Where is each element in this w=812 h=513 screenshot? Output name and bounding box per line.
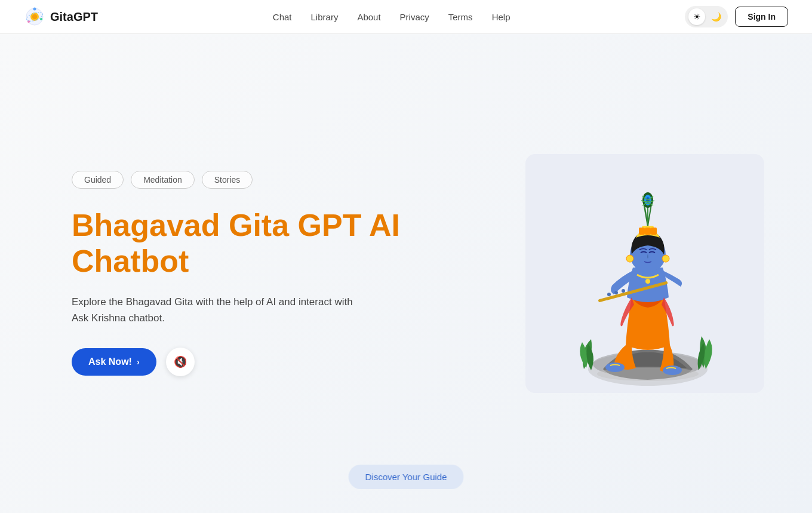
- pill-stories[interactable]: Stories: [202, 171, 253, 189]
- svg-point-3: [33, 8, 36, 11]
- main-nav: Chat Library About Privacy Terms Help: [273, 12, 510, 22]
- hero-subtitle: Explore the Bhagavad Gita with the help …: [72, 294, 358, 326]
- nav-library[interactable]: Library: [311, 12, 339, 22]
- svg-point-2: [32, 14, 37, 19]
- hero-pills: Guided Meditation Stories: [72, 171, 430, 189]
- ask-now-label: Ask Now!: [88, 357, 132, 367]
- krishna-svg: [543, 166, 746, 387]
- svg-rect-19: [651, 228, 657, 235]
- navbar: GitaGPT Chat Library About Privacy Terms…: [0, 0, 812, 34]
- moon-icon: 🌙: [711, 12, 721, 21]
- svg-point-30: [663, 365, 682, 375]
- svg-point-14: [622, 289, 625, 293]
- nav-help[interactable]: Help: [492, 12, 510, 22]
- nav-about[interactable]: About: [357, 12, 380, 22]
- svg-point-27: [626, 255, 633, 262]
- svg-point-28: [662, 255, 669, 262]
- hero-section: Guided Meditation Stories Bhagavad Gita …: [0, 34, 812, 513]
- ask-now-button[interactable]: Ask Now! ›: [72, 348, 156, 376]
- hero-image: [525, 154, 764, 393]
- pill-meditation[interactable]: Meditation: [131, 171, 195, 189]
- app-name: GitaGPT: [50, 10, 98, 24]
- svg-point-13: [614, 291, 618, 294]
- dark-mode-button[interactable]: 🌙: [708, 8, 724, 25]
- arrow-right-icon: ›: [137, 357, 140, 367]
- pill-guided[interactable]: Guided: [72, 171, 124, 189]
- discover-guide-button[interactable]: Discover Your Guide: [349, 465, 464, 489]
- krishna-illustration: [525, 154, 764, 393]
- signin-button[interactable]: Sign In: [735, 7, 788, 27]
- nav-terms[interactable]: Terms: [448, 12, 473, 22]
- mute-button[interactable]: 🔇: [166, 348, 195, 376]
- navbar-right: ☀ 🌙 Sign In: [685, 6, 788, 27]
- svg-point-10: [645, 279, 650, 284]
- mute-icon: 🔇: [174, 355, 187, 368]
- hero-title: Bhagavad Gita GPT AI Chatbot: [72, 208, 430, 279]
- hero-content: Guided Meditation Stories Bhagavad Gita …: [72, 171, 430, 376]
- logo-link[interactable]: GitaGPT: [24, 6, 98, 27]
- svg-point-29: [605, 363, 625, 372]
- nav-chat[interactable]: Chat: [273, 12, 292, 22]
- svg-point-12: [607, 293, 611, 296]
- theme-toggle[interactable]: ☀ 🌙: [685, 6, 728, 27]
- svg-rect-17: [639, 228, 645, 235]
- sun-icon: ☀: [693, 12, 701, 21]
- svg-rect-18: [645, 228, 651, 235]
- hero-actions: Ask Now! › 🔇: [72, 348, 430, 376]
- logo-icon: [24, 6, 45, 27]
- light-mode-button[interactable]: ☀: [688, 8, 705, 25]
- svg-point-4: [40, 18, 42, 20]
- nav-privacy[interactable]: Privacy: [400, 12, 429, 22]
